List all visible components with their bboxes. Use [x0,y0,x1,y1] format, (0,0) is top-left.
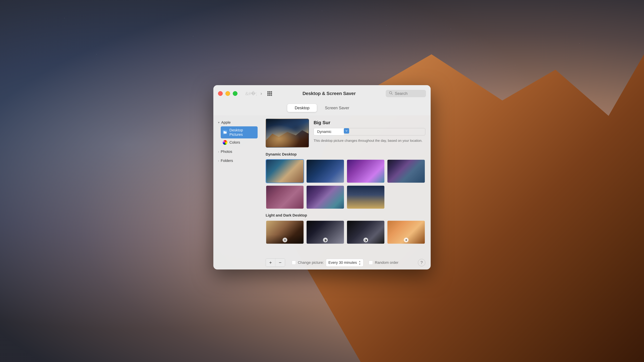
traffic-lights [218,91,238,96]
forward-button[interactable]: › [260,90,263,97]
sidebar-section-apple: ▾ Apple Desktop Pictures Colo [216,119,258,146]
bottom-options: Change picture: Every 30 minutes ▲ ▼ Ran… [292,259,398,267]
sidebar-group-folders-label: Folders [221,159,233,163]
svg-rect-3 [267,93,269,94]
add-remove-buttons: + − [266,258,285,267]
wallpaper-thumb-w3[interactable] [346,159,385,183]
back-button[interactable]: &#�; [244,90,258,97]
tab-desktop[interactable]: Desktop [287,104,317,112]
maximize-button[interactable] [233,91,238,96]
sidebar-item-colors[interactable]: Colors [221,138,258,146]
chevron-down-icon: ▾ [218,121,220,124]
dropdown-wrapper[interactable]: Dynamic [314,128,425,135]
sidebar-section-folders: › Folders [216,157,258,165]
svg-rect-2 [271,91,272,92]
window-title: Desktop & Screen Saver [272,91,386,96]
nav-buttons: &#�; › [244,90,263,97]
ld-icon-3: ◑ [364,238,368,242]
folder-icon [223,130,228,135]
svg-rect-7 [269,94,270,96]
dropdown-value: Dynamic [314,128,344,135]
light-dark-grid: ☀ ◑ ◑ ☀ [266,220,425,244]
change-picture-label: Change picture: [298,260,324,265]
wallpaper-thumb-w4[interactable] [387,159,425,183]
search-bar[interactable] [386,90,426,97]
change-picture-checkbox[interactable] [292,261,296,265]
dynamic-desktop-grid [266,159,425,209]
wallpaper-thumb-w6[interactable] [306,185,344,209]
preview-wallpaper-name: Big Sur [314,120,425,125]
interval-value: Every 30 minutes [328,260,357,265]
sidebar-group-photos[interactable]: › Photos [216,148,258,156]
colors-icon [223,140,228,145]
sidebar-group-apple[interactable]: ▾ Apple [216,119,258,126]
wallpaper-thumb-w7[interactable] [346,185,385,209]
sidebar-item-colors-label: Colors [230,140,240,145]
wallpaper-thumb-w1[interactable] [266,159,304,183]
main-area: Big Sur Dynamic This desktop picture cha… [260,115,431,270]
wallpaper-thumb-w5[interactable] [266,185,304,209]
sidebar-item-desktop-pictures-label: Desktop Pictures [230,128,256,137]
chevron-right-icon: › [218,150,219,153]
dropdown-arrow-icon[interactable] [344,128,349,134]
random-order-row: Random order [369,260,398,265]
sidebar-apple-items: Desktop Pictures Colors [221,126,258,146]
wallpaper-thumb-ld4[interactable]: ☀ [387,220,425,244]
interval-dropdown[interactable]: Every 30 minutes ▲ ▼ [326,259,364,267]
stepper-arrows: ▲ ▼ [358,260,361,266]
help-button[interactable]: ? [418,259,425,266]
sidebar-section-photos: › Photos [216,148,258,156]
preview-info: Big Sur Dynamic This desktop picture cha… [314,119,425,143]
wallpaper-thumb-ld3[interactable]: ◑ [346,220,385,244]
random-order-label: Random order [375,260,398,265]
section-label-dynamic: Dynamic Desktop [266,152,425,157]
svg-rect-0 [267,91,269,92]
tabs-bar: Desktop Screen Saver [213,102,431,115]
ld-icon-4: ☀ [404,238,408,242]
minimize-button[interactable] [226,91,230,96]
svg-rect-1 [269,91,270,92]
chevron-right-icon-2: › [218,159,219,163]
preview-description: This desktop picture changes throughout … [314,138,425,143]
tab-screen-saver[interactable]: Screen Saver [318,104,356,112]
svg-rect-6 [267,94,269,96]
search-input[interactable] [395,91,422,96]
titlebar: &#�; › Desktop & Screen Saver [213,85,431,102]
remove-button[interactable]: − [276,259,285,267]
preferences-window: &#�; › Desktop & Screen Saver [213,85,431,270]
sidebar: ▾ Apple Desktop Pictures Colo [213,115,260,270]
wallpaper-thumb-ld1[interactable]: ☀ [266,220,304,244]
section-label-light-dark: Light and Dark Desktop [266,213,425,218]
change-picture-row: Change picture: Every 30 minutes ▲ ▼ [292,259,364,267]
sidebar-group-photos-label: Photos [221,149,232,154]
wallpaper-thumb-w2[interactable] [306,159,344,183]
content-area: ▾ Apple Desktop Pictures Colo [213,115,431,270]
ld-icon-1: ☀ [282,238,287,242]
add-button[interactable]: + [266,259,276,267]
wallpaper-thumb-ld2[interactable]: ◑ [306,220,344,244]
svg-rect-8 [271,94,272,96]
wallpaper-grid-area: Dynamic Desktop [266,152,425,256]
bottom-bar: + − Change picture: Every 30 minutes ▲ ▼ [266,256,425,270]
grid-button[interactable] [267,91,272,96]
random-order-checkbox[interactable] [369,261,373,265]
sidebar-group-apple-label: Apple [221,120,230,125]
ld-icon-2: ◑ [323,238,328,242]
svg-rect-4 [269,93,270,94]
close-button[interactable] [218,91,223,96]
search-icon [389,91,393,96]
svg-rect-5 [271,93,272,94]
sidebar-group-folders[interactable]: › Folders [216,157,258,165]
preview-thumbnail [266,119,309,147]
sidebar-item-desktop-pictures[interactable]: Desktop Pictures [221,126,258,138]
preview-area: Big Sur Dynamic This desktop picture cha… [266,119,425,147]
svg-line-10 [392,93,392,94]
